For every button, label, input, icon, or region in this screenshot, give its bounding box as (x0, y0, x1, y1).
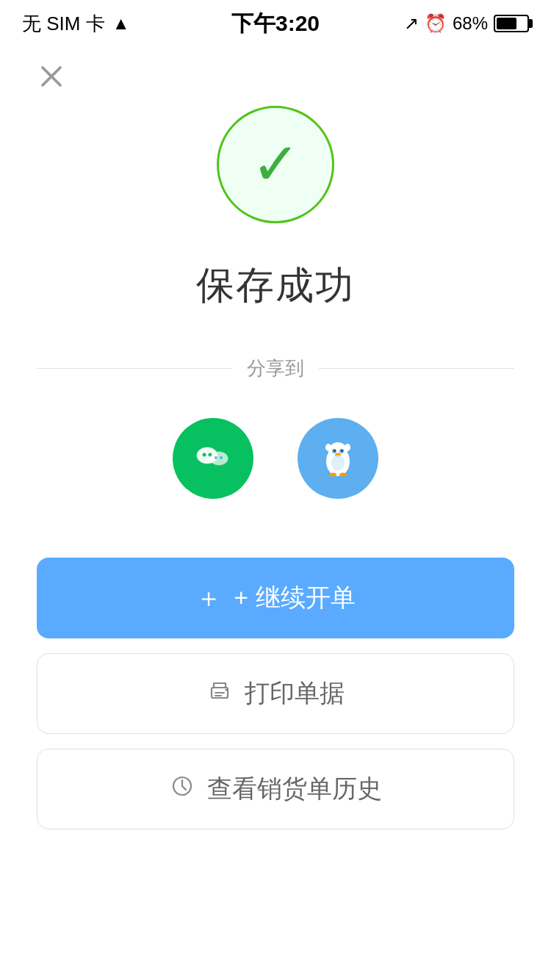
svg-point-14 (334, 450, 336, 452)
alarm-icon: ⏰ (425, 13, 447, 34)
close-button[interactable] (32, 57, 71, 96)
svg-point-18 (339, 472, 347, 476)
divider-line-left (37, 368, 232, 369)
share-label: 分享到 (247, 356, 304, 381)
share-section: 分享到 (0, 356, 551, 499)
svg-point-21 (345, 444, 350, 451)
sim-status: 无 SIM 卡 (22, 11, 105, 37)
svg-point-7 (220, 456, 223, 459)
divider-line-right (319, 368, 514, 369)
svg-point-25 (226, 688, 228, 691)
status-left: 无 SIM 卡 ▲ (22, 11, 129, 37)
print-label: 打印单据 (245, 677, 345, 710)
plus-icon: ＋ (195, 580, 222, 616)
battery-percent: 68% (453, 13, 488, 34)
success-circle: ✓ (217, 106, 334, 223)
share-icons (37, 418, 514, 499)
status-time: 下午3:20 (231, 9, 320, 39)
battery-icon (494, 15, 529, 32)
history-label: 查看销货单历史 (207, 772, 382, 806)
svg-point-17 (329, 472, 336, 476)
success-title: 保存成功 (196, 260, 355, 311)
wifi-icon: ▲ (112, 13, 130, 34)
qq-share-button[interactable] (298, 418, 378, 499)
history-button[interactable]: 查看销货单历史 (37, 749, 514, 829)
wechat-share-button[interactable] (173, 418, 253, 499)
print-icon (206, 677, 233, 710)
checkmark-icon: ✓ (251, 135, 300, 194)
svg-point-20 (325, 444, 331, 451)
status-right: ↗ ⏰ 68% (404, 13, 529, 34)
svg-point-19 (331, 455, 345, 471)
svg-rect-23 (215, 692, 225, 693)
close-icon (38, 63, 65, 90)
share-divider: 分享到 (37, 356, 514, 381)
svg-rect-24 (215, 695, 222, 696)
battery-fill (497, 18, 516, 29)
svg-point-15 (341, 450, 343, 452)
svg-point-4 (203, 453, 206, 457)
action-buttons: ＋ + 继续开单 打印单据 查看销货单 (0, 558, 551, 829)
continue-order-label: + 继续开单 (234, 581, 355, 615)
wechat-icon (191, 436, 235, 480)
qq-icon (314, 435, 362, 483)
print-button[interactable]: 打印单据 (37, 653, 514, 734)
status-bar: 无 SIM 卡 ▲ 下午3:20 ↗ ⏰ 68% (0, 0, 551, 47)
main-content: ✓ 保存成功 分享到 (0, 47, 551, 829)
location-icon: ↗ (404, 13, 419, 34)
continue-order-button[interactable]: ＋ + 继续开单 (37, 558, 514, 638)
history-icon (169, 773, 195, 806)
